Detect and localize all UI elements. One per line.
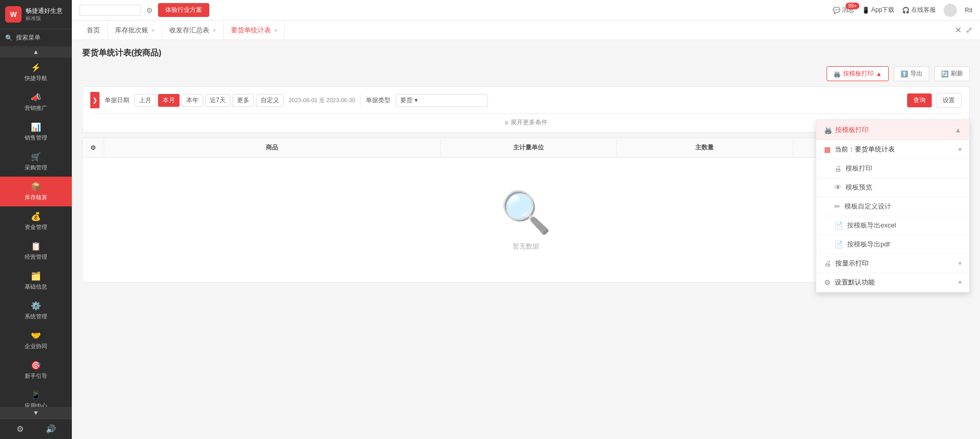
date-btn-benYue[interactable]: 本月 xyxy=(158,94,180,107)
action-bar: 🖨️ 按模板打印 ▲ ⬆️ 导出 🔄 刷新 xyxy=(82,66,970,81)
trial-btn[interactable]: 体验行业方案 xyxy=(158,3,209,17)
online-service-btn[interactable]: 🎧 在线客服 xyxy=(902,6,936,14)
page-title: 要货单统计表(按商品) xyxy=(82,48,970,59)
print-dropdown: 🖨️ 按模板打印 ▲ ▦ 当前：要货单统计表 ▾ 🖨 模板打印 👁 模板预览 xyxy=(816,120,970,293)
service-icon: 🎧 xyxy=(902,7,910,14)
query-btn[interactable]: 查询 xyxy=(907,93,932,107)
expand-icon: ≡ xyxy=(504,119,508,126)
print-arrow-icon: ▲ xyxy=(876,70,882,78)
sidebar-item-jichu[interactable]: 🗂️ 基础信息 xyxy=(0,266,72,296)
sidebar-bottom: ⚙ 🔊 xyxy=(0,418,72,439)
expand-arrow-btn[interactable]: ❯ xyxy=(90,92,100,108)
refresh-btn[interactable]: 🔄 刷新 xyxy=(934,66,970,81)
th-product: 商品 xyxy=(104,138,441,157)
xianshi-arrow-icon: ▾ xyxy=(958,260,962,267)
caigou-icon: 🛒 xyxy=(31,152,41,162)
app-icon: 📱 xyxy=(862,7,870,14)
xitong-icon: ⚙️ xyxy=(31,301,41,311)
th-quantity: 主数量 xyxy=(617,138,793,157)
username-label: Rit xyxy=(965,7,972,14)
dropdown-title: 🖨️ 按模板打印 xyxy=(824,125,869,135)
sidebar-nav: ⚡ 快捷导航 📣 营销推广 📊 销售管理 🛒 采购管理 📦 库存核算 💰 资金管… xyxy=(0,58,72,407)
sidebar-item-jingying[interactable]: 📋 经营管理 xyxy=(0,236,72,266)
current-icon: ▦ xyxy=(824,145,831,154)
dropdown-item-xianshi-dayin[interactable]: 🖨 按显示打印 ▾ xyxy=(816,254,969,273)
date-label: 单据日期 xyxy=(105,96,129,105)
date-btn-jin7Tian[interactable]: 近7天 xyxy=(205,94,230,107)
date-btn-shangYue[interactable]: 上月 xyxy=(134,94,156,107)
sidebar-scroll-down[interactable]: ▼ xyxy=(0,407,72,418)
date-btn-gengDuo[interactable]: 更多 xyxy=(232,94,254,107)
tab-close-all-btn[interactable]: ✕ xyxy=(955,25,962,35)
current-arrow-icon: ▾ xyxy=(958,146,962,153)
date-btn-ziDingYi[interactable]: 自定义 xyxy=(256,94,284,107)
app-download-btn[interactable]: 📱 App下载 xyxy=(862,6,894,14)
excel-icon: 📄 xyxy=(834,221,843,230)
th-settings[interactable]: ⚙ xyxy=(83,139,104,157)
sidebar-item-kucun[interactable]: 📦 库存核算 xyxy=(0,177,72,206)
display-print-icon: 🖨 xyxy=(824,259,831,268)
dropdown-header: 🖨️ 按模板打印 ▲ xyxy=(816,120,969,140)
th-unit: 主计量单位 xyxy=(441,138,617,157)
shezhi-arrow-icon: ▾ xyxy=(958,279,962,286)
divider xyxy=(360,95,361,105)
tab-kucun-pizhanghao[interactable]: 库存批次账 × xyxy=(108,21,162,40)
sidebar-item-caigou[interactable]: 🛒 采购管理 xyxy=(0,147,72,177)
volume-icon[interactable]: 🔊 xyxy=(46,424,56,434)
date-range: 2023-06-01 至 2023-06-30 xyxy=(289,97,356,104)
print-btn[interactable]: 🖨️ 按模板打印 ▲ xyxy=(827,66,889,81)
avatar[interactable] xyxy=(944,4,957,17)
tabs-bar: 首页 库存批次账 × 收发存汇总表 × 要货单统计表 × ✕ ⤢ xyxy=(72,21,980,40)
page-content: 要货单统计表(按商品) 🖨️ 按模板打印 ▲ ⬆️ 导出 🔄 刷新 ❯ 单据日期 xyxy=(72,40,980,439)
dropdown-item-moban-excel[interactable]: 📄 按模板导出excel xyxy=(816,216,969,235)
zijin-icon: 💰 xyxy=(31,212,41,221)
sidebar-scroll-up[interactable]: ▲ xyxy=(0,46,72,58)
tab-close-shoufa[interactable]: × xyxy=(212,27,215,33)
topbar-gear-icon[interactable]: ⚙ xyxy=(146,6,153,14)
tab-yaohuo-tongji[interactable]: 要货单统计表 × xyxy=(224,21,285,40)
sidebar-item-xinshou[interactable]: 🎯 新手引导 xyxy=(0,355,72,385)
dropdown-item-moban-yulan[interactable]: 👁 模板预览 xyxy=(816,178,969,197)
topbar: ⚙ 体验行业方案 💬 消息 99+ 📱 App下载 🎧 在线客服 Rit xyxy=(72,0,980,21)
sidebar-item-yingyong[interactable]: 📱 应用中心 xyxy=(0,385,72,407)
logo-icon: W xyxy=(5,6,22,23)
jichu-icon: 🗂️ xyxy=(31,271,41,281)
tab-expand-btn[interactable]: ⤢ xyxy=(966,25,972,35)
settings-btn[interactable]: 设置 xyxy=(936,93,962,108)
dropdown-item-moban-pdf[interactable]: 📄 按模板导出pdf xyxy=(816,235,969,254)
tab-home[interactable]: 首页 xyxy=(80,21,108,40)
sidebar-item-kuaijie[interactable]: ⚡ 快捷导航 xyxy=(0,58,72,87)
sidebar-logo: W 畅捷通好生意 标准版 xyxy=(0,0,72,29)
date-buttons: 上月 本月 本年 近7天 更多 自定义 xyxy=(134,94,284,107)
message-btn[interactable]: 💬 消息 99+ xyxy=(833,6,854,14)
empty-icon: 🔍 xyxy=(500,188,552,237)
settings-icon[interactable]: ⚙ xyxy=(16,424,24,434)
dropdown-item-shezhi-moren[interactable]: ⚙ 设置默认功能 ▾ xyxy=(816,273,969,292)
sidebar-item-xitong[interactable]: ⚙️ 系统管理 xyxy=(0,296,72,326)
tab-close-kucun[interactable]: × xyxy=(151,27,154,33)
xinshou-icon: 🎯 xyxy=(31,360,41,370)
search-icon: 🔍 xyxy=(5,34,13,42)
type-select[interactable]: 要货 ▾ xyxy=(396,94,488,107)
logo-text: 畅捷通好生意 标准版 xyxy=(26,7,63,22)
dropdown-item-current[interactable]: ▦ 当前：要货单统计表 ▾ xyxy=(816,140,969,159)
sidebar-item-yingxiao[interactable]: 📣 营销推广 xyxy=(0,87,72,117)
design-icon: ✏ xyxy=(834,202,840,211)
search-menu[interactable]: 🔍 搜索菜单 xyxy=(0,29,72,46)
sidebar-item-qiye[interactable]: 🤝 企业协同 xyxy=(0,326,72,355)
topbar-right: 💬 消息 99+ 📱 App下载 🎧 在线客服 Rit xyxy=(833,4,972,17)
kuaijie-icon: ⚡ xyxy=(31,63,41,72)
print-icon: 🖨️ xyxy=(833,70,841,78)
tab-close-yaohuo[interactable]: × xyxy=(274,27,277,33)
yingxiao-icon: 📣 xyxy=(31,92,41,102)
dropdown-close-btn[interactable]: ▲ xyxy=(954,126,962,134)
dropdown-item-moban-dayin[interactable]: 🖨 模板打印 xyxy=(816,159,969,178)
sidebar-item-xiaoshou[interactable]: 📊 销售管理 xyxy=(0,117,72,147)
tab-shoufa-huizong[interactable]: 收发存汇总表 × xyxy=(162,21,223,40)
tabs-actions: ✕ ⤢ xyxy=(955,25,972,35)
sidebar-item-zijin[interactable]: 💰 资金管理 xyxy=(0,206,72,236)
topbar-search-input[interactable] xyxy=(80,5,141,16)
export-btn[interactable]: ⬆️ 导出 xyxy=(894,66,929,81)
dropdown-item-moban-zidingyi[interactable]: ✏ 模板自定义设计 xyxy=(816,197,969,216)
date-btn-benNian[interactable]: 本年 xyxy=(182,94,203,107)
